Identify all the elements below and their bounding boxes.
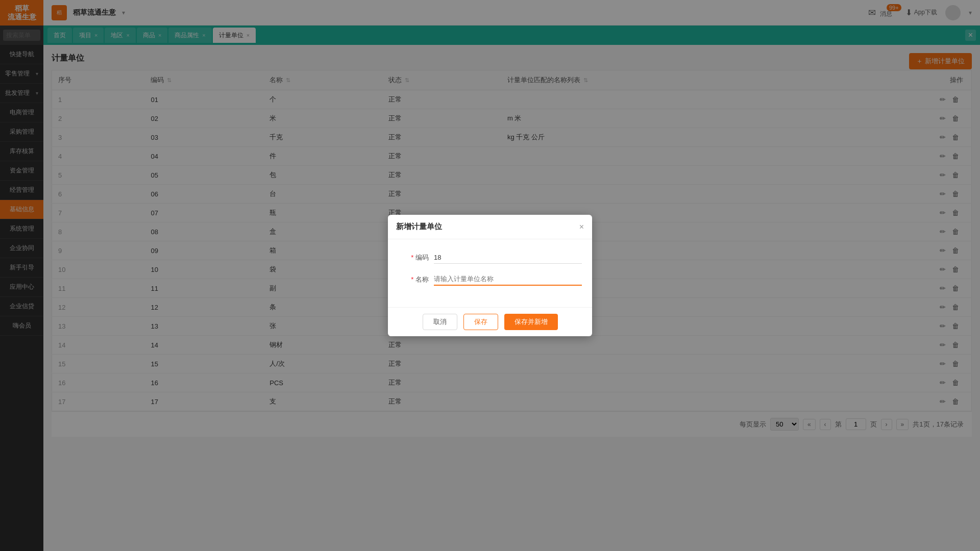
- modal-footer: 取消 保存 保存并新增: [388, 307, 592, 336]
- modal-close-button[interactable]: ×: [579, 222, 584, 232]
- code-field-row: 编码: [398, 252, 582, 264]
- name-label: 名称: [398, 275, 429, 284]
- add-unit-modal: 新增计量单位 × 编码 名称 取消 保存 保存并新增: [388, 215, 592, 336]
- modal-title: 新增计量单位: [396, 222, 442, 232]
- modal-header: 新增计量单位 ×: [388, 215, 592, 239]
- code-label: 编码: [398, 253, 429, 262]
- cancel-button[interactable]: 取消: [423, 314, 457, 330]
- name-field-row: 名称: [398, 273, 582, 286]
- modal-body: 编码 名称: [388, 239, 592, 307]
- name-input[interactable]: [434, 273, 582, 286]
- code-input[interactable]: [434, 252, 582, 264]
- save-and-new-button[interactable]: 保存并新增: [504, 314, 558, 330]
- save-button[interactable]: 保存: [463, 314, 498, 330]
- modal-overlay[interactable]: 新增计量单位 × 编码 名称 取消 保存 保存并新增: [0, 0, 980, 551]
